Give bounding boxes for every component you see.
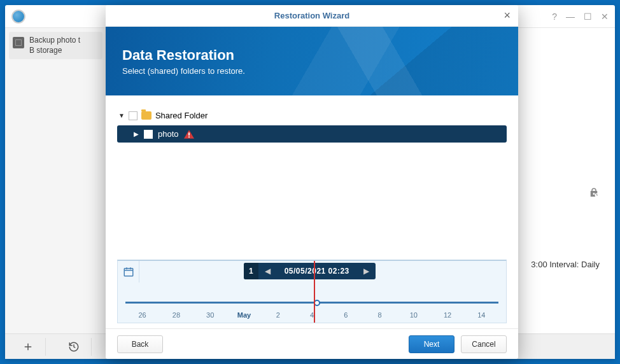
next-button[interactable]: Next [409,335,454,353]
svg-rect-2 [188,136,190,137]
root-checkbox[interactable] [129,111,137,120]
task-icon [13,37,24,48]
add-button[interactable] [10,338,46,356]
version-count: 1 [244,263,258,279]
dialog-close-icon[interactable]: × [504,9,511,22]
next-version-button[interactable]: ▶ [357,263,376,279]
schedule-text: 3:00 Interval: Daily [531,260,600,269]
child-checkbox[interactable] [144,130,153,139]
app-icon [11,10,25,24]
dialog-title: Data Restoration [122,47,502,64]
dialog-content: ▼ Shared Folder ▶ photo 1 ◀ 0 [106,95,518,328]
timeline-labels: 26 28 30 May 2 4 6 8 10 12 14 [125,311,498,319]
calendar-button[interactable] [118,261,139,283]
folder-icon [141,111,151,120]
tl-label: 12 [430,311,464,319]
dialog-header: Data Restoration Select (shared) folders… [106,27,518,95]
history-button[interactable] [56,338,92,356]
dialog-footer: Back Next Cancel [106,328,518,359]
cancel-button[interactable]: Cancel [461,335,507,353]
child-label: photo [158,129,179,139]
timeline-needle [314,261,315,323]
svg-rect-1 [188,132,190,136]
timeline-selector: 1 ◀ 05/05/2021 02:23 ▶ [244,263,376,279]
tl-label: 4 [295,311,328,319]
maximize-icon[interactable]: ☐ [584,11,592,22]
timeline-track[interactable] [125,302,498,304]
dialog-window-title: Restoration Wizard [274,11,349,20]
task-item[interactable]: Backup photo t B storage [9,32,102,59]
timeline: 1 ◀ 05/05/2021 02:23 ▶ 26 28 30 May 2 4 … [117,260,507,323]
folder-tree: ▼ Shared Folder ▶ photo [117,111,507,143]
close-icon[interactable]: ✕ [601,11,609,22]
collapse-icon[interactable]: ▼ [118,112,125,119]
tl-label: 8 [363,311,397,319]
prev-version-button[interactable]: ◀ [258,263,277,279]
restoration-wizard-dialog: Restoration Wizard × Data Restoration Se… [106,5,518,359]
window-controls: ? — ☐ ✕ [552,11,609,22]
minimize-icon[interactable]: — [566,11,575,22]
task-line-1: Backup photo t [29,36,80,46]
tl-label: 14 [465,311,498,319]
task-text: Backup photo t B storage [29,36,80,55]
tl-label: 6 [329,311,363,319]
tl-label: 10 [397,311,430,319]
tl-label: 2 [261,311,295,319]
sidebar: Backup photo t B storage [5,28,107,333]
tree-root-row[interactable]: ▼ Shared Folder [118,111,507,120]
version-datetime: 05/05/2021 02:23 [277,267,357,276]
tl-label: 26 [125,311,159,319]
tl-label: 30 [194,311,227,319]
expand-icon[interactable]: ▶ [134,130,139,137]
timeline-top: 1 ◀ 05/05/2021 02:23 ▶ [118,261,506,283]
tree-child-row[interactable]: ▶ photo [117,125,507,143]
tl-label-month: May [227,311,261,319]
task-line-2: B storage [29,46,80,56]
help-icon[interactable]: ? [552,11,557,22]
dialog-titlebar: Restoration Wizard × [106,5,518,27]
root-label: Shared Folder [155,111,208,120]
lock-icon[interactable] [588,187,600,201]
tl-label: 28 [159,311,193,319]
dialog-subtitle: Select (shared) folders to restore. [122,66,502,76]
back-button[interactable]: Back [117,335,163,353]
warning-icon [184,130,194,139]
svg-rect-3 [124,269,133,276]
